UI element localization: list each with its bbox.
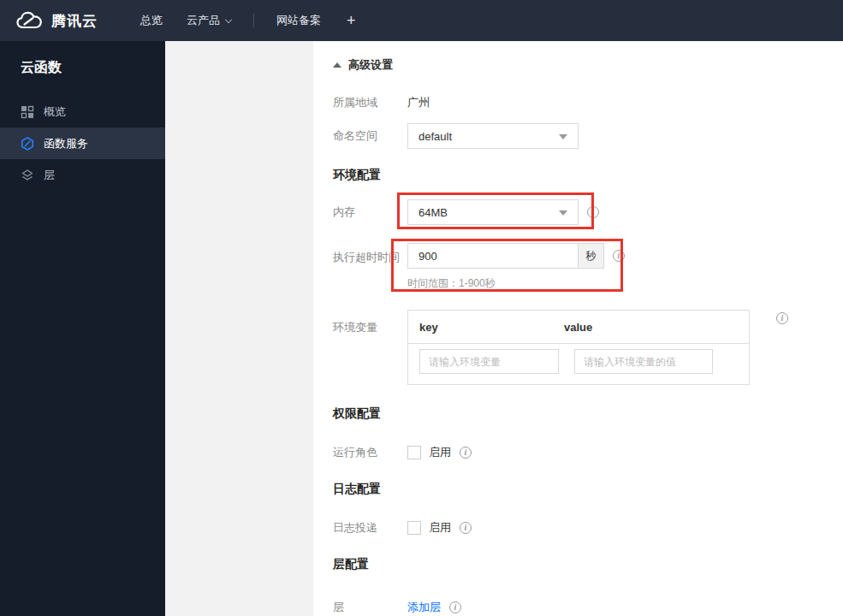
namespace-selected-value: default bbox=[419, 130, 452, 143]
memory-label: 内存 bbox=[333, 204, 407, 220]
layers-icon bbox=[21, 169, 34, 182]
log-config-heading: 日志配置 bbox=[333, 482, 843, 497]
log-delivery-enable-label: 启用 bbox=[429, 520, 451, 536]
region-label: 所属地域 bbox=[333, 95, 407, 110]
permission-config-heading: 权限配置 bbox=[333, 406, 843, 422]
cloud-logo-icon bbox=[15, 10, 45, 31]
env-key-header: key bbox=[408, 321, 564, 334]
sidebar-item-label: 层 bbox=[44, 168, 55, 183]
sidebar: 云函数 概览 函数服务 bbox=[0, 41, 165, 616]
sidebar-item-overview[interactable]: 概览 bbox=[0, 96, 165, 127]
brand-name: 腾讯云 bbox=[51, 11, 98, 31]
env-vars-label: 环境变量 bbox=[333, 320, 407, 335]
layer-info-icon[interactable]: i bbox=[449, 601, 461, 613]
run-role-checkbox[interactable] bbox=[407, 446, 421, 459]
layer-config-heading: 层配置 bbox=[333, 557, 843, 572]
env-value-input[interactable] bbox=[574, 349, 713, 374]
log-delivery-row: 日志投递 启用 i bbox=[333, 519, 843, 536]
grid-icon bbox=[21, 105, 34, 119]
run-role-row: 运行角色 启用 i bbox=[333, 444, 843, 461]
nav-items: 总览 云产品 网站备案 + bbox=[128, 0, 370, 41]
env-vars-info-icon[interactable]: i bbox=[776, 312, 788, 324]
nav-icp-label: 网站备案 bbox=[276, 13, 321, 28]
memory-select[interactable]: 64MB bbox=[407, 199, 579, 225]
collapse-triangle-icon bbox=[333, 62, 341, 68]
log-delivery-checkbox[interactable] bbox=[407, 521, 421, 535]
nav-item-overview[interactable]: 总览 bbox=[128, 0, 175, 41]
dropdown-caret-icon bbox=[559, 210, 567, 216]
namespace-label: 命名空间 bbox=[333, 128, 407, 144]
memory-row: 内存 64MB i bbox=[333, 199, 843, 225]
settings-form: 高级设置 所属地域 广州 命名空间 default 环境配置 内存 64MB i… bbox=[313, 41, 843, 616]
chevron-down-icon bbox=[225, 15, 232, 22]
timeout-input[interactable] bbox=[408, 244, 578, 268]
env-config-heading: 环境配置 bbox=[333, 168, 843, 183]
memory-info-icon[interactable]: i bbox=[587, 206, 599, 218]
advanced-settings-label: 高级设置 bbox=[348, 57, 393, 73]
add-layer-link[interactable]: 添加层 bbox=[407, 600, 441, 615]
memory-selected-value: 64MB bbox=[419, 206, 448, 219]
nav-overview-label: 总览 bbox=[140, 13, 163, 28]
layer-row: 层 添加层 i bbox=[333, 599, 843, 616]
timeout-label: 执行超时时间 bbox=[333, 250, 407, 265]
timeout-input-group: 秒 bbox=[407, 243, 604, 269]
timeout-row: 执行超时时间 秒 i 时间范围：1-900秒 bbox=[333, 243, 843, 291]
secondary-panel bbox=[165, 41, 313, 616]
namespace-row: 命名空间 default bbox=[333, 123, 843, 149]
timeout-control: 秒 i 时间范围：1-900秒 bbox=[407, 243, 625, 291]
run-role-enable-label: 启用 bbox=[429, 445, 451, 460]
sidebar-title: 云函数 bbox=[0, 41, 165, 77]
timeout-unit: 秒 bbox=[578, 244, 603, 268]
nav-divider bbox=[253, 14, 254, 27]
add-tab-button[interactable]: + bbox=[333, 12, 370, 30]
nav-products-label: 云产品 bbox=[187, 13, 220, 28]
sidebar-item-function-service[interactable]: 函数服务 bbox=[0, 127, 165, 159]
env-vars-table: key value bbox=[407, 310, 750, 385]
nav-item-icp[interactable]: 网站备案 bbox=[264, 0, 333, 41]
advanced-settings-toggle[interactable]: 高级设置 bbox=[333, 57, 843, 73]
timeout-hint: 时间范围：1-900秒 bbox=[407, 276, 625, 291]
top-navbar: 腾讯云 总览 云产品 网站备案 + bbox=[0, 0, 843, 41]
sidebar-item-label: 概览 bbox=[44, 104, 66, 120]
function-hexagon-icon bbox=[21, 137, 34, 151]
run-role-label: 运行角色 bbox=[333, 445, 407, 460]
dropdown-caret-icon bbox=[559, 134, 567, 139]
run-role-info-icon[interactable]: i bbox=[460, 447, 472, 459]
env-key-input[interactable] bbox=[419, 349, 559, 374]
env-vars-header: key value bbox=[408, 311, 749, 344]
nav-item-products[interactable]: 云产品 bbox=[175, 0, 243, 41]
log-delivery-info-icon[interactable]: i bbox=[460, 522, 472, 534]
env-vars-row: 环境变量 key value i bbox=[333, 310, 843, 385]
env-value-header: value bbox=[564, 321, 592, 334]
region-value: 广州 bbox=[407, 95, 430, 110]
tencent-cloud-logo[interactable]: 腾讯云 bbox=[15, 10, 98, 31]
log-delivery-label: 日志投递 bbox=[333, 520, 407, 536]
layer-label: 层 bbox=[333, 600, 407, 615]
region-row: 所属地域 广州 bbox=[333, 95, 843, 110]
env-vars-input-row bbox=[408, 344, 749, 384]
sidebar-item-layers[interactable]: 层 bbox=[0, 159, 165, 191]
timeout-info-icon[interactable]: i bbox=[613, 250, 625, 262]
sidebar-item-label: 函数服务 bbox=[44, 136, 88, 151]
sidebar-menu: 概览 函数服务 层 bbox=[0, 96, 165, 191]
namespace-select[interactable]: default bbox=[407, 123, 579, 149]
